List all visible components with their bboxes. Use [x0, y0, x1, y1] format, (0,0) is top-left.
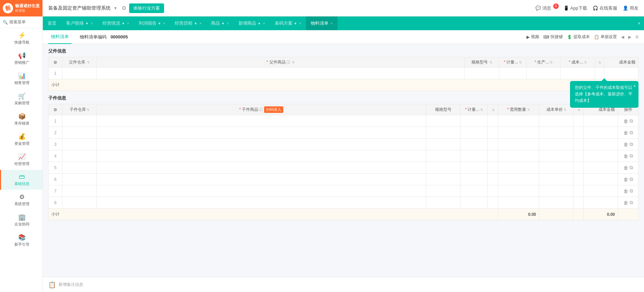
sidebar-item-basic[interactable]: 🗃 基础信息: [0, 170, 42, 190]
child-row-3-spec[interactable]: [426, 139, 460, 150]
child-row-4-spec[interactable]: [426, 150, 460, 162]
delete-icon-row-6[interactable]: 🗑: [623, 177, 628, 182]
child-row-2-spec[interactable]: [426, 127, 460, 139]
child-row-1-product[interactable]: [97, 115, 426, 127]
tab-new-goods-close[interactable]: ×: [263, 22, 265, 25]
child-row-7-unit-cost[interactable]: [539, 185, 573, 197]
tab-home[interactable]: 首页: [43, 16, 61, 30]
settings-icon[interactable]: ⚙: [122, 5, 126, 11]
child-row-4-unit[interactable]: [460, 150, 488, 162]
parent-row-1-producer[interactable]: [527, 68, 561, 79]
scan-button[interactable]: 扫码录入: [264, 106, 283, 113]
tab-new-goods[interactable]: 新增商品 ▼ ×: [234, 16, 270, 30]
child-row-2-qty[interactable]: [498, 127, 539, 139]
child-row-1-spec[interactable]: [426, 115, 460, 127]
child-row-8-spec[interactable]: [426, 197, 460, 209]
child-row-4-product[interactable]: [97, 150, 426, 162]
app-download-button[interactable]: 📱 App下载: [564, 5, 587, 11]
child-row-7-qty[interactable]: [498, 185, 539, 197]
tab-goods[interactable]: 商品 ▼ ×: [206, 16, 234, 30]
delete-icon-row-3[interactable]: 🗑: [623, 142, 628, 147]
child-row-5-unit[interactable]: [460, 162, 488, 174]
child-row-5-product[interactable]: [97, 162, 426, 174]
child-row-6-unit[interactable]: [460, 174, 488, 185]
child-row-8-unit-cost[interactable]: [539, 197, 573, 209]
copy-icon-row-1[interactable]: ⧉: [630, 118, 633, 124]
sidebar-item-marketing[interactable]: 📢 营销推广: [0, 48, 42, 69]
tab-bom-close[interactable]: ×: [331, 22, 333, 25]
child-row-1-unit-cost[interactable]: [539, 115, 573, 127]
copy-icon-row-6[interactable]: ⧉: [630, 176, 633, 182]
parent-row-1-product[interactable]: [97, 68, 465, 79]
child-row-1-amount[interactable]: [584, 115, 618, 127]
tab-customer-close[interactable]: ×: [91, 22, 93, 25]
copy-icon-row-7[interactable]: ⧉: [630, 188, 633, 194]
child-row-4-amount[interactable]: [584, 150, 618, 162]
child-row-8-amount[interactable]: [584, 197, 618, 209]
child-row-8-warehouse[interactable]: [62, 197, 97, 209]
delete-icon-row-2[interactable]: 🗑: [623, 130, 628, 136]
child-row-3-qty[interactable]: [498, 139, 539, 150]
trial-button[interactable]: 体验行业方案: [129, 3, 164, 13]
child-row-1-unit[interactable]: [460, 115, 488, 127]
child-row-2-unit[interactable]: [460, 127, 488, 139]
delete-icon-row-7[interactable]: 🗑: [623, 188, 628, 194]
nav-close-all[interactable]: ×: [634, 21, 644, 26]
delete-icon-row-8[interactable]: 🗑: [623, 200, 628, 206]
nav-prev-btn[interactable]: ◀: [621, 35, 624, 39]
copy-icon-row-3[interactable]: ⧉: [630, 141, 633, 147]
child-row-8-product[interactable]: [97, 197, 426, 209]
child-row-5-qty[interactable]: [498, 162, 539, 174]
sidebar-item-enterprise[interactable]: 🏢 企业协同: [0, 210, 42, 230]
child-row-2-unit-cost[interactable]: [539, 127, 573, 139]
delete-icon-row-4[interactable]: 🗑: [623, 153, 628, 159]
tab-history-close[interactable]: ×: [199, 22, 201, 25]
tab-bom[interactable]: 物料清单 ×: [306, 16, 337, 30]
sidebar-item-purchase[interactable]: 🛒 采购管理: [0, 89, 42, 109]
user-menu[interactable]: 👤 用友: [623, 5, 639, 11]
child-row-8-qty[interactable]: [498, 197, 539, 209]
cost-action[interactable]: 💲 提取成本: [567, 34, 590, 40]
child-row-7-product[interactable]: [97, 185, 426, 197]
child-row-4-warehouse[interactable]: [62, 150, 97, 162]
sub-tab-bom-list[interactable]: 物料清单: [48, 30, 72, 44]
parent-row-1-spec[interactable]: [465, 68, 499, 79]
tab-goods-close[interactable]: ×: [227, 22, 229, 25]
sub-tab-bom-code[interactable]: 物料清单编码 0000005: [77, 34, 131, 40]
child-row-4-unit-cost[interactable]: [539, 150, 573, 162]
tab-customer[interactable]: 客户联络 ▼ ×: [61, 16, 98, 30]
child-row-8-unit[interactable]: [460, 197, 488, 209]
child-row-7-amount[interactable]: [584, 185, 618, 197]
menu-btn[interactable]: ≡: [635, 34, 639, 40]
view-action[interactable]: ▶ 视频: [527, 34, 539, 40]
child-row-5-amount[interactable]: [584, 162, 618, 174]
tab-history[interactable]: 经营历程 ▼ ×: [170, 16, 206, 30]
tab-profit[interactable]: 利润报告 ▼ ×: [134, 16, 170, 30]
child-row-2-warehouse[interactable]: [62, 127, 97, 139]
child-row-3-unit[interactable]: [460, 139, 488, 150]
doc-settings-action[interactable]: 📋 单据设置: [594, 34, 617, 40]
child-row-3-unit-cost[interactable]: [539, 139, 573, 150]
sidebar-item-guide[interactable]: 📚 新手引导: [0, 230, 42, 250]
parent-row-1-warehouse[interactable]: [62, 68, 97, 79]
copy-icon-row-2[interactable]: ⧉: [630, 130, 633, 136]
tab-barcode[interactable]: 条码方案 ▼ ×: [270, 16, 306, 30]
child-row-5-unit-cost[interactable]: [539, 162, 573, 174]
sidebar-item-operation[interactable]: 📈 经营管理: [0, 150, 42, 170]
sidebar-item-system[interactable]: ⚙ 系统管理: [0, 190, 42, 210]
child-row-1-warehouse[interactable]: [62, 115, 97, 127]
parent-row-1-unit[interactable]: [499, 68, 527, 79]
child-row-3-amount[interactable]: [584, 139, 618, 150]
child-row-5-warehouse[interactable]: [62, 162, 97, 174]
copy-icon-row-8[interactable]: ⧉: [630, 200, 633, 206]
message-button[interactable]: 💬 消息 6: [535, 5, 558, 11]
sidebar-item-finance[interactable]: 💰 资金管理: [0, 129, 42, 150]
copy-icon-row-5[interactable]: ⧉: [630, 165, 633, 171]
child-row-6-qty[interactable]: [498, 174, 539, 185]
copy-icon-row-4[interactable]: ⧉: [630, 153, 633, 159]
child-row-6-unit-cost[interactable]: [539, 174, 573, 185]
child-row-6-warehouse[interactable]: [62, 174, 97, 185]
online-service-button[interactable]: 🎧 在线客服: [593, 5, 617, 11]
tab-barcode-close[interactable]: ×: [299, 22, 301, 25]
child-row-7-warehouse[interactable]: [62, 185, 97, 197]
